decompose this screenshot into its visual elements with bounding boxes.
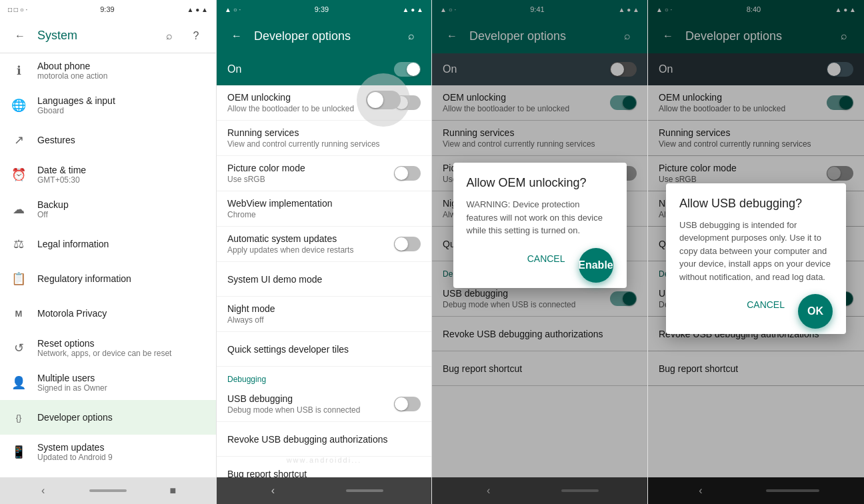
- sidebar-item-about[interactable]: ℹ About phone motorola one action: [0, 53, 216, 88]
- help-icon: ?: [193, 30, 199, 42]
- sidebar-sub-updates: Updated to Android 9: [37, 453, 113, 462]
- middle-right-icons: ▲ ● ▲: [403, 6, 423, 13]
- autoupdate-thumb: [395, 237, 408, 251]
- picture-sub: Use sRGB: [227, 175, 394, 184]
- oem-toggle-large: [366, 91, 401, 109]
- left-status-icons: □ □ ○ ·: [8, 6, 27, 13]
- dev-item-revoke[interactable]: Revoke USB debugging authorizations: [217, 422, 431, 457]
- picture-toggle[interactable]: [394, 166, 421, 181]
- reset-icon: ↺: [11, 340, 27, 356]
- sidebar-item-developer[interactable]: {} Developer options: [0, 400, 216, 435]
- middle-left-icons: ▲ ○ ·: [225, 6, 241, 13]
- middle-search-button[interactable]: ⌕: [402, 27, 421, 45]
- oem-dialog-overlay: Allow OEM unlocking? WARNING: Device pro…: [432, 0, 647, 504]
- info-icon: ℹ: [11, 63, 27, 79]
- middle-time: 9:39: [315, 5, 329, 13]
- back-icon: ←: [15, 30, 25, 42]
- usb-cancel-button[interactable]: Cancel: [739, 294, 793, 329]
- sidebar-label-gestures: Gestures: [37, 135, 75, 145]
- usb-dialog-body: USB debugging is intended for developmen…: [679, 219, 833, 284]
- sidebar-sub-about: motorola one action: [37, 71, 107, 81]
- webview-sub: Chrome: [227, 210, 421, 219]
- dev-item-usb[interactable]: USB debugging Debug mode when USB is con…: [217, 387, 431, 422]
- status-bar-middle: ▲ ○ · 9:39 ▲ ● ▲: [217, 0, 431, 19]
- bugreport-title: Bug report shortcut: [227, 469, 421, 478]
- middle-appbar-title: Developer options: [254, 29, 394, 43]
- developer-icon: {}: [11, 409, 27, 425]
- sidebar-item-backup[interactable]: ☁ Backup Off: [0, 192, 216, 227]
- sidebar-item-users[interactable]: 👤 Multiple users Signed in as Owner: [0, 365, 216, 400]
- dev-item-bugreport[interactable]: Bug report shortcut: [217, 457, 431, 477]
- left-search-button[interactable]: ⌕: [160, 27, 179, 45]
- oem-cancel-button[interactable]: Cancel: [519, 248, 573, 283]
- dev-item-demo[interactable]: System UI demo mode: [217, 262, 431, 297]
- sidebar-label-about: About phone: [37, 61, 107, 71]
- left-help-button[interactable]: ?: [187, 27, 205, 45]
- oem-dialog-body: WARNING: Device protection features will…: [467, 198, 613, 237]
- dev-item-running[interactable]: Running services View and control curren…: [217, 121, 431, 156]
- usb-thumb: [395, 397, 408, 411]
- sidebar-item-datetime[interactable]: ⏰ Date & time GMT+05:30: [0, 157, 216, 192]
- sidebar-item-legal[interactable]: ⚖ Legal information: [0, 227, 216, 261]
- left-panel: □ □ ○ · 9:39 ▲ ● ▲ ← System ⌕ ? ℹ About …: [0, 0, 217, 504]
- usb-dialog: Allow USB debugging? USB debugging is in…: [666, 183, 846, 335]
- dev-item-autoupdate[interactable]: Automatic system updates Apply updates w…: [217, 227, 431, 262]
- middle-appbar: ← Developer options ⌕: [217, 19, 431, 53]
- night-sub: Always off: [227, 315, 421, 325]
- nav-pill-left: [89, 489, 127, 492]
- search-icon: ⌕: [166, 30, 173, 42]
- oem-dialog-actions: Cancel Enable: [467, 248, 613, 283]
- oem-enable-button[interactable]: Enable: [579, 248, 613, 283]
- clock-icon: ⏰: [11, 167, 27, 183]
- autoupdate-toggle[interactable]: [394, 237, 421, 251]
- oem-dialog: Allow OEM unlocking? WARNING: Device pro…: [453, 163, 627, 288]
- quicksettings-title: Quick settings developer tiles: [227, 344, 421, 355]
- demo-title: System UI demo mode: [227, 274, 421, 285]
- left-appbar-icons: ⌕ ?: [160, 27, 205, 45]
- sidebar-list: ℹ About phone motorola one action 🌐 Lang…: [0, 53, 216, 477]
- picture-title: Picture color mode: [227, 163, 394, 173]
- legal-icon: ⚖: [11, 236, 27, 252]
- dev-item-picture[interactable]: Picture color mode Use sRGB: [217, 156, 431, 191]
- sidebar-label-updates: System updates: [37, 442, 113, 453]
- left-back-button[interactable]: ←: [11, 27, 29, 45]
- back-icon-middle: ←: [231, 30, 242, 42]
- running-sub: View and control currently running servi…: [227, 139, 421, 149]
- sidebar-item-reset[interactable]: ↺ Reset options Network, apps, or device…: [0, 331, 216, 365]
- nav-back-middle[interactable]: ‹: [265, 483, 281, 499]
- usb-ok-button[interactable]: OK: [798, 294, 833, 329]
- right1-panel: ▲ ○ · 9:41 ▲ ● ▲ ← Developer options ⌕ O…: [432, 0, 648, 504]
- middle-back-button[interactable]: ←: [227, 27, 246, 45]
- oem-toggle-overlay: [357, 73, 410, 127]
- sidebar-label-motorola: Motorola Privacy: [37, 308, 107, 319]
- sidebar-item-languages[interactable]: 🌐 Languages & input Gboard: [0, 88, 216, 123]
- backup-icon: ☁: [11, 201, 27, 217]
- usb-dialog-overlay: Allow USB debugging? USB debugging is in…: [648, 0, 864, 504]
- debugging-header-middle: Debugging: [217, 367, 431, 387]
- oem-dialog-title: Allow OEM unlocking?: [467, 176, 613, 190]
- middle-bottom-nav: ‹: [217, 477, 431, 504]
- sidebar-item-motorola-privacy[interactable]: M Motorola Privacy: [0, 296, 216, 331]
- dev-item-webview[interactable]: WebView implementation Chrome: [217, 191, 431, 227]
- usb-title: USB debugging: [227, 393, 394, 404]
- nav-recent-left[interactable]: ■: [165, 483, 181, 499]
- motorola-icon: M: [11, 305, 27, 321]
- usb-sub: Debug mode when USB is connected: [227, 405, 394, 415]
- usb-dialog-actions: Cancel OK: [679, 294, 833, 329]
- sidebar-item-system-updates[interactable]: 📱 System updates Updated to Android 9: [0, 435, 216, 469]
- developer-toggle[interactable]: [394, 62, 421, 77]
- oem-toggle-thumb-large: [367, 92, 383, 108]
- dev-item-quicksettings[interactable]: Quick settings developer tiles: [217, 332, 431, 367]
- usb-toggle[interactable]: [394, 397, 421, 411]
- sidebar-label-developer: Developer options: [37, 412, 113, 423]
- search-icon-middle: ⌕: [408, 30, 415, 42]
- developer-toggle-thumb: [407, 63, 420, 76]
- nav-back-left[interactable]: ‹: [35, 483, 51, 499]
- left-time: 9:39: [100, 5, 114, 13]
- sidebar-item-gestures[interactable]: ↗ Gestures: [0, 123, 216, 157]
- sidebar-item-regulatory[interactable]: 📋 Regulatory information: [0, 261, 216, 296]
- running-title: Running services: [227, 127, 421, 138]
- sidebar-sub-users: Signed in as Owner: [37, 383, 107, 393]
- dev-item-night[interactable]: Night mode Always off: [217, 297, 431, 332]
- left-bottom-nav: ‹ ■: [0, 477, 216, 504]
